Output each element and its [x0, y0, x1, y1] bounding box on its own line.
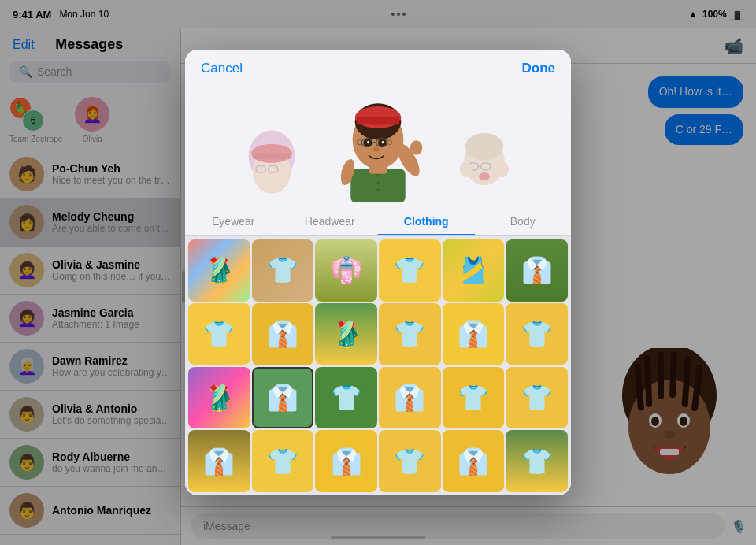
memoji-editor-modal: Cancel Done [185, 50, 571, 495]
clothing-torso: 👕 [252, 239, 314, 302]
clothing-item[interactable]: 👔 [443, 303, 505, 365]
clothing-item[interactable]: 👔 [379, 367, 441, 429]
clothing-torso: 👘 [315, 239, 377, 302]
svg-point-40 [376, 174, 379, 176]
clothing-torso: 👕 [506, 303, 568, 365]
clothing-item[interactable]: 👕 [379, 430, 441, 492]
clothing-torso: 👔 [252, 303, 314, 365]
clothing-item[interactable]: 👔 [315, 430, 377, 492]
clothing-torso: 👔 [443, 430, 505, 492]
svg-point-38 [382, 141, 384, 143]
svg-point-19 [251, 144, 292, 163]
svg-point-39 [373, 147, 380, 151]
clothing-item[interactable]: 🎽 [443, 239, 505, 302]
memoji-center-svg [319, 96, 437, 202]
modal-topbar: Cancel Done [185, 50, 571, 84]
category-tabs: Eyewear Headwear Clothing Body [185, 202, 571, 236]
clothing-item[interactable]: 👕 [252, 239, 314, 302]
clothing-torso: 👕 [506, 367, 568, 429]
clothing-torso: 👔 [188, 430, 250, 492]
memoji-right-svg [453, 128, 516, 202]
clothing-item[interactable]: 👕 [443, 367, 505, 429]
clothing-torso: 👔 [254, 369, 313, 428]
clothing-torso: 👕 [443, 367, 505, 429]
clothing-item[interactable]: 🥻 [188, 239, 250, 302]
clothing-torso: 🥻 [315, 303, 377, 365]
memoji-preview-row [185, 84, 571, 202]
clothing-item[interactable]: 👔 [443, 430, 505, 492]
home-indicator [331, 536, 425, 539]
clothing-torso: 👕 [252, 430, 314, 492]
svg-point-50 [479, 172, 490, 180]
clothing-torso: 👕 [506, 430, 568, 492]
svg-rect-29 [357, 117, 399, 124]
done-button[interactable]: Done [522, 61, 556, 76]
clothing-item[interactable]: 👕 [379, 239, 441, 302]
clothing-item[interactable]: 👕 [252, 430, 314, 492]
clothing-item[interactable]: 👕 [188, 303, 250, 365]
svg-point-37 [367, 141, 369, 143]
memoji-left-svg [240, 128, 303, 202]
clothing-item[interactable]: 👔 [506, 239, 568, 302]
clothing-item[interactable]: 👕 [379, 303, 441, 365]
clothing-torso: 👔 [315, 430, 377, 492]
clothing-torso: 👕 [379, 239, 441, 302]
clothing-torso: 🥻 [188, 239, 250, 302]
clothing-item[interactable]: 🥻 [188, 367, 250, 429]
memoji-right[interactable] [441, 124, 528, 202]
clothing-grid: 🥻 👕 👘 👕 🎽 👔 👕 👔 [185, 236, 571, 495]
clothing-item[interactable]: 👔 [188, 430, 250, 492]
clothing-item[interactable]: 👕 [506, 303, 568, 365]
clothing-torso: 👔 [506, 239, 568, 302]
tab-eyewear[interactable]: Eyewear [185, 209, 282, 235]
clothing-item[interactable]: 👕 [506, 430, 568, 492]
clothing-item[interactable]: 👔 [252, 303, 314, 365]
clothing-torso: 🥻 [188, 367, 250, 429]
clothing-torso: 👔 [443, 303, 505, 365]
clothing-item[interactable]: 👔 [252, 367, 314, 429]
tab-clothing[interactable]: Clothing [378, 209, 475, 235]
svg-point-23 [410, 140, 422, 155]
clothing-item[interactable]: 🥻 [315, 303, 377, 365]
clothing-torso: 👔 [379, 367, 441, 429]
tab-headwear[interactable]: Headwear [282, 209, 379, 235]
clothing-torso: 👕 [379, 430, 441, 492]
svg-point-41 [376, 181, 379, 184]
svg-point-44 [465, 133, 503, 161]
clothing-torso: 👕 [315, 367, 377, 429]
clothing-torso: 👕 [379, 303, 441, 365]
clothing-torso: 🎽 [443, 239, 505, 302]
clothing-item[interactable]: 👕 [506, 367, 568, 429]
clothing-torso: 👕 [188, 303, 250, 365]
clothing-item[interactable]: 👘 [315, 239, 377, 302]
svg-point-42 [376, 188, 379, 191]
svg-rect-20 [254, 154, 291, 159]
memoji-center [315, 92, 441, 202]
tab-body[interactable]: Body [475, 209, 572, 235]
memoji-left[interactable] [228, 124, 315, 202]
clothing-item[interactable]: 👕 [315, 367, 377, 429]
cancel-button[interactable]: Cancel [201, 61, 243, 76]
modal-overlay: Cancel Done [0, 0, 756, 545]
